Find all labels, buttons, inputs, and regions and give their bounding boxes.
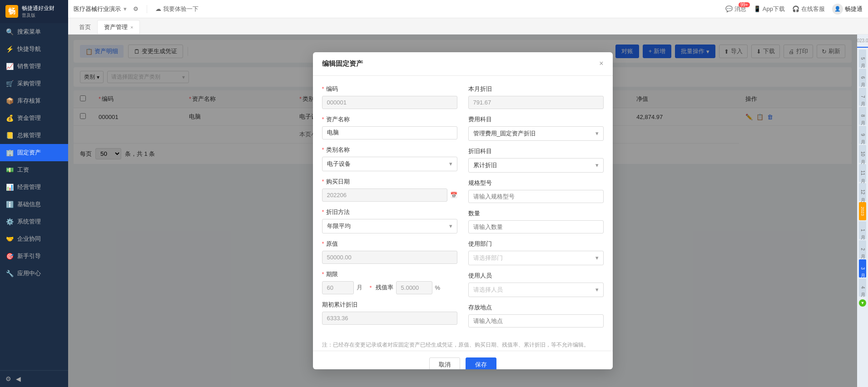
quantity-input[interactable]: [468, 220, 604, 233]
person-select[interactable]: 请选择人员 ▾: [468, 283, 604, 297]
depreciation-method-value: 年限平均: [327, 222, 351, 230]
month-4[interactable]: 4月: [859, 278, 866, 297]
tab-close-icon[interactable]: ×: [130, 25, 133, 30]
sidebar-item-operations[interactable]: 📊 经营管理: [0, 179, 68, 196]
quick-nav-icon: ⚡: [5, 45, 14, 53]
department-placeholder: 请选择部门: [473, 254, 503, 262]
user-menu[interactable]: 👤 畅捷通: [832, 4, 863, 15]
period-label: * 期限: [322, 270, 457, 278]
search-icon: 🔍: [5, 28, 14, 36]
original-value-input[interactable]: [322, 251, 457, 264]
sidebar-item-guide[interactable]: 🎯 新手引导: [0, 248, 68, 265]
expense-account-select[interactable]: 管理费用_固定资产折旧 ▾: [468, 126, 604, 141]
month-9[interactable]: 9月: [859, 126, 866, 144]
tab-asset-mgmt-label: 资产管理: [104, 23, 128, 31]
sidebar-item-label: 库存核算: [17, 97, 41, 105]
sidebar-item-label: 企业协同: [17, 235, 41, 243]
purchase-icon: 🛒: [5, 79, 14, 88]
modal-footer: 取消 保存: [313, 351, 613, 369]
month-8[interactable]: 8月: [859, 107, 866, 125]
form-item-category: * 类别名称 电子设备 ▾: [322, 146, 457, 171]
logo-sub: 普及版: [22, 12, 55, 19]
sidebar-item-label: 新手引导: [17, 252, 41, 260]
month-1[interactable]: 1月: [859, 221, 866, 239]
code-input[interactable]: [322, 96, 457, 109]
residual-rate-label: 残值率: [376, 283, 393, 292]
sidebar-item-payroll[interactable]: 💵 工资: [0, 161, 68, 179]
month-6[interactable]: 6月: [859, 69, 866, 87]
save-button[interactable]: 保存: [466, 357, 496, 369]
sidebar-item-label: 资金管理: [17, 114, 41, 122]
sidebar-item-search[interactable]: 🔍 搜索菜单: [0, 23, 68, 40]
sidebar-item-quick-nav[interactable]: ⚡ 快捷导航: [0, 40, 68, 58]
sidebar-item-purchase[interactable]: 🛒 采购管理: [0, 75, 68, 92]
right-sidebar: 2023.03 5月 6月 7月 8月 9月 10月 11月 12月 2023 …: [857, 35, 868, 387]
month-11[interactable]: 11月: [859, 164, 866, 182]
enterprise-icon: 🤝: [5, 235, 14, 243]
ledger-icon: 📒: [5, 131, 14, 139]
logo-icon: 畅: [5, 5, 18, 18]
modal-header: 编辑固定资产 ×: [313, 52, 613, 76]
spec-input[interactable]: [468, 190, 604, 203]
sidebar-item-inventory[interactable]: 📦 库存核算: [0, 92, 68, 109]
month-5[interactable]: 5月: [859, 50, 866, 68]
settings-button[interactable]: ⚙: [133, 5, 139, 12]
chevron-down-icon: ▾: [449, 160, 452, 167]
residual-rate-input[interactable]: [396, 281, 432, 294]
depreciation-method-label: * 折旧方法: [322, 208, 457, 216]
form-item-spec: 规格型号: [468, 179, 604, 203]
department-select[interactable]: 请选择部门 ▾: [468, 251, 604, 265]
purchase-date-input[interactable]: [322, 189, 447, 202]
month-3[interactable]: 3月: [859, 259, 866, 278]
tab-home[interactable]: 首页: [73, 20, 97, 34]
message-button[interactable]: 💬 消息 99+: [725, 5, 746, 13]
avatar: 👤: [832, 4, 843, 15]
depreciation-method-select[interactable]: 年限平均 ▾: [322, 219, 457, 233]
category-select[interactable]: 电子设备 ▾: [322, 157, 457, 171]
sidebar-item-label: 固定资产: [17, 149, 41, 157]
form-item-location: 存放地点: [468, 303, 604, 327]
scroll-down-icon[interactable]: ▼: [859, 299, 866, 307]
month-2[interactable]: 2月: [859, 240, 866, 258]
month-7[interactable]: 7月: [859, 88, 866, 106]
year-2023[interactable]: 2023: [859, 202, 866, 220]
sidebar-bottom: ⚙ ◀: [0, 370, 68, 387]
purchase-date-label: * 购买日期: [322, 178, 457, 186]
form-grid: * 编码 * 资产名称: [322, 85, 604, 327]
inventory-icon: 📦: [5, 97, 14, 105]
depreciation-account-select[interactable]: 累计折旧 ▾: [468, 158, 604, 173]
form-item-depreciation-account: 折旧科目 累计折旧 ▾: [468, 147, 604, 173]
sidebar-item-sales[interactable]: 📈 销售管理: [0, 58, 68, 75]
collapse-icon[interactable]: ◀: [16, 375, 21, 382]
note-text: 注：已经存在变更记录或者对应固定资产已经生成凭证，原值、购买日期、残值率、累计折…: [322, 342, 589, 348]
month-10[interactable]: 10月: [859, 145, 866, 163]
period-input[interactable]: [322, 281, 354, 294]
form-item-period: * 期限 月 * 残值率 %: [322, 270, 457, 294]
cancel-button[interactable]: 取消: [429, 357, 460, 369]
sidebar-item-fixed-assets[interactable]: 🏢 固定资产: [0, 144, 68, 161]
sidebar-item-app-center[interactable]: 🔧 应用中心: [0, 265, 68, 282]
operations-icon: 📊: [5, 183, 14, 191]
app-download-button[interactable]: 📱 App下载: [754, 5, 785, 13]
modal-close-button[interactable]: ×: [599, 60, 603, 68]
code-label: * 编码: [322, 85, 457, 93]
headset-icon: 🎧: [792, 5, 799, 12]
month-12[interactable]: 12月: [859, 183, 866, 201]
online-service-button[interactable]: 🎧 在线客服: [792, 5, 825, 13]
sidebar-item-system[interactable]: ⚙️ 系统管理: [0, 213, 68, 230]
sidebar-item-label: 工资: [17, 166, 29, 174]
period-unit: 月: [357, 283, 362, 292]
location-input[interactable]: [468, 314, 604, 327]
tab-asset-mgmt[interactable]: 资产管理 ×: [97, 20, 140, 34]
calendar-icon[interactable]: 📅: [450, 192, 457, 198]
sidebar-item-basic-info[interactable]: ℹ️ 基础信息: [0, 196, 68, 213]
settings-icon[interactable]: ⚙: [5, 375, 11, 382]
message-icon: 💬: [725, 5, 733, 12]
sidebar-item-ledger[interactable]: 📒 总账管理: [0, 127, 68, 144]
sidebar-item-finance[interactable]: 💰 资金管理: [0, 109, 68, 127]
sidebar-item-enterprise[interactable]: 🤝 企业协同: [0, 230, 68, 248]
experience-button[interactable]: ☁ 我要体验一下: [155, 5, 198, 13]
company-selector[interactable]: 医疗器械行业演示 ▾: [74, 5, 127, 13]
initial-depreciation-input[interactable]: [322, 312, 457, 325]
asset-name-input[interactable]: [322, 126, 457, 139]
